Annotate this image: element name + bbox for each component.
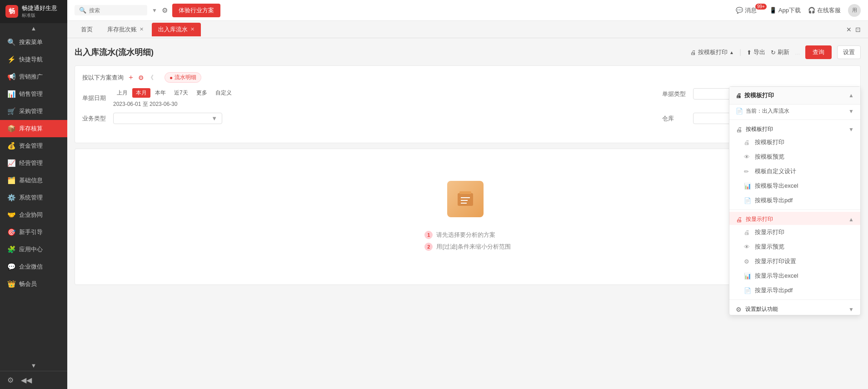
filter-title: 按以下方案查询 <box>82 74 124 82</box>
template-pdf-item[interactable]: 📄 按模板导出pdf <box>729 193 860 208</box>
user-avatar[interactable]: 用 <box>848 4 861 17</box>
topbar-search-box[interactable]: 🔍 <box>75 5 147 15</box>
date-tab-this-year[interactable]: 本年 <box>151 88 170 98</box>
tab-batch[interactable]: 库存批次账 ✕ <box>101 23 150 36</box>
tab-home[interactable]: 首页 <box>75 23 99 36</box>
tab-flow-close[interactable]: ✕ <box>190 26 195 32</box>
topbar: 🔍 ▼ ⚙ 体验行业方案 💬 消息 99+ 📱 App下载 🎧 在线客服 用 <box>67 0 868 21</box>
sidebar-item-wechat[interactable]: 💬 企业微信 <box>0 258 67 275</box>
filter-tag: ● 流水明细 <box>165 72 201 83</box>
dropdown-panel: 🖨 按模板打印 ▲ 📄 当前：出入库流水 ▼ 🖨 按模板打印 ▼ 🖨 按模板打 <box>729 86 861 315</box>
biz-label: 业务类型 <box>82 115 110 123</box>
sidebar-item-corp[interactable]: 🤝 企业协同 <box>0 206 67 224</box>
filter-config-btn[interactable]: ⚙ <box>138 74 144 81</box>
messages-badge: 99+ <box>755 4 767 10</box>
app-download-btn[interactable]: 📱 App下载 <box>769 6 801 15</box>
template-customize-item[interactable]: ✏ 模板自定义设计 <box>729 164 860 179</box>
tab-close-all-btn[interactable]: ✕ <box>846 26 852 33</box>
current-label-row: 📄 当前：出入库流水 ▼ <box>729 105 860 118</box>
sidebar-item-member[interactable]: 👑 畅会员 <box>0 275 67 293</box>
scroll-down[interactable]: ▼ <box>0 360 67 371</box>
empty-icon-inner <box>447 181 484 217</box>
template-preview-item[interactable]: 👁 按模板预览 <box>729 150 860 164</box>
settings-btn[interactable]: 设置 <box>837 45 861 59</box>
marketing-icon: 📢 <box>7 73 15 81</box>
member-icon: 👑 <box>7 280 15 288</box>
date-filter: 上月 本月 本年 近7天 更多 自定义 2023-06-01 至 2023-06… <box>113 88 235 108</box>
template-print-section[interactable]: 🖨 按模板打印 ▼ <box>729 122 860 135</box>
filter-collapse-btn[interactable]: 《 <box>148 74 154 82</box>
app-logo: 畅 畅捷通好生意 标准版 <box>0 0 67 23</box>
sidebar-item-inventory[interactable]: 📦 库存核算 <box>0 120 67 137</box>
sidebar-item-search[interactable]: 🔍 搜索菜单 <box>0 34 67 51</box>
sidebar-item-marketing[interactable]: 📢 营销推广 <box>0 68 67 85</box>
scroll-up[interactable]: ▲ <box>0 23 67 34</box>
date-tab-custom[interactable]: 自定义 <box>212 88 235 98</box>
sidebar-item-newbie[interactable]: 🎯 新手引导 <box>0 224 67 241</box>
display-pdf-item[interactable]: 📄 按显示导出pdf <box>729 283 860 298</box>
display-excel-item-icon: 📊 <box>744 273 751 279</box>
display-print-item[interactable]: 🖨 按显示打印 <box>729 225 860 239</box>
sidebar-item-operation[interactable]: 📈 经营管理 <box>0 155 67 172</box>
date-tab-last-month[interactable]: 上月 <box>113 88 131 98</box>
messages-icon: 💬 <box>736 7 743 14</box>
headset-icon: 🎧 <box>808 7 815 14</box>
display-section-chevron: ▲ <box>848 216 854 223</box>
empty-icon <box>447 181 488 222</box>
tab-batch-close[interactable]: ✕ <box>140 26 144 32</box>
biz-select[interactable]: ▼ <box>113 113 222 124</box>
sidebar-item-finance[interactable]: 💰 资金管理 <box>0 137 67 155</box>
filter-add-btn[interactable]: ＋ <box>127 73 135 82</box>
default-settings-section[interactable]: ⚙ 设置默认功能 ▼ <box>729 302 860 315</box>
date-tab-7days[interactable]: 近7天 <box>170 88 192 98</box>
tab-maximize-btn[interactable]: ⊡ <box>855 26 861 33</box>
refresh-btn[interactable]: ↻ 刷新 <box>771 48 789 56</box>
export-btn[interactable]: ⬆ 导出 <box>747 48 765 56</box>
topbar-search-input[interactable] <box>89 7 143 14</box>
action-divider: | <box>739 48 741 56</box>
wechat-icon: 💬 <box>7 263 15 271</box>
template-print-btn[interactable]: 🖨 按模板打印 ▲ <box>690 48 734 56</box>
template-pdf-item-icon: 📄 <box>744 197 751 204</box>
dropdown-panel-chevron[interactable]: ▲ <box>848 92 854 99</box>
settings-footer-icon[interactable]: ⚙ <box>7 376 14 384</box>
online-service-btn[interactable]: 🎧 在线客服 <box>808 6 841 15</box>
messages-btn[interactable]: 💬 消息 99+ <box>736 6 762 15</box>
sidebar-item-base[interactable]: 🗂️ 基础信息 <box>0 172 67 189</box>
display-print-section[interactable]: 🖨 按显示打印 ▲ <box>729 212 860 225</box>
sidebar-item-system[interactable]: ⚙️ 系统管理 <box>0 189 67 206</box>
print-header-icon: 🖨 <box>736 92 742 99</box>
tab-flow[interactable]: 出入库流水 ✕ <box>152 23 201 36</box>
date-tab-more[interactable]: 更多 <box>193 88 211 98</box>
template-excel-item-icon: 📊 <box>744 183 751 190</box>
empty-state: 1 请先选择要分析的方案 2 用[过滤]条件来缩小分析范围 <box>424 181 510 253</box>
date-range-display: 2023-06-01 至 2023-06-30 <box>113 100 235 108</box>
filter-date-field: 单据日期 上月 本月 本年 近7天 更多 自定义 2023-06-01 至 20… <box>82 88 651 108</box>
date-tab-this-month[interactable]: 本月 <box>132 88 150 98</box>
printer-icon: 🖨 <box>690 49 696 56</box>
app-icon: 📱 <box>769 7 777 14</box>
quicknav-icon: ⚡ <box>7 55 15 64</box>
query-btn[interactable]: 查询 <box>805 45 832 59</box>
finance-icon: 💰 <box>7 142 15 150</box>
collapse-icon[interactable]: ◀◀ <box>21 376 32 384</box>
topbar-dropdown-arrow[interactable]: ▼ <box>152 7 157 14</box>
svg-rect-1 <box>459 191 471 194</box>
topbar-settings-icon[interactable]: ⚙ <box>162 6 168 15</box>
sidebar-item-apps[interactable]: 🧩 应用中心 <box>0 241 67 258</box>
template-print-item[interactable]: 🖨 按模板打印 <box>729 135 860 150</box>
sidebar-nav: 🔍 搜索菜单 ⚡ 快捷导航 📢 营销推广 📊 销售管理 🛒 采购管理 📦 库存核… <box>0 34 67 360</box>
newbie-icon: 🎯 <box>7 228 15 236</box>
sidebar-item-quicknav[interactable]: ⚡ 快捷导航 <box>0 51 67 68</box>
trial-btn[interactable]: 体验行业方案 <box>172 4 220 17</box>
display-preview-item[interactable]: 👁 按显示预览 <box>729 239 860 254</box>
section-divider-1 <box>729 120 860 120</box>
display-settings-item[interactable]: ⚙ 按显示打印设置 <box>729 254 860 269</box>
operation-icon: 📈 <box>7 159 15 167</box>
sidebar-item-purchase[interactable]: 🛒 采购管理 <box>0 103 67 120</box>
default-section-label: 设置默认功能 <box>745 305 778 313</box>
template-excel-item[interactable]: 📊 按模板导出excel <box>729 179 860 193</box>
display-excel-item[interactable]: 📊 按显示导出excel <box>729 269 860 283</box>
filter-biz-field: 业务类型 ▼ <box>82 113 651 124</box>
sidebar-item-sales[interactable]: 📊 销售管理 <box>0 85 67 103</box>
